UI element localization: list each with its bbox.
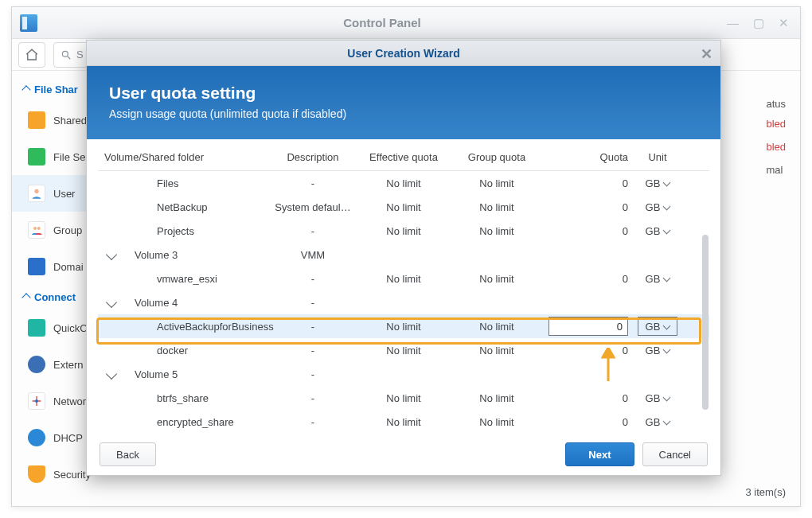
row-effective-quota: No limit	[357, 201, 450, 213]
row-quota[interactable]: 0	[544, 225, 634, 237]
row-desc: -	[268, 273, 357, 285]
chevron-down-icon	[663, 345, 671, 353]
row-unit: GB	[634, 273, 685, 285]
row-effective-quota: No limit	[357, 392, 450, 404]
row-quota[interactable]: 0	[544, 416, 634, 428]
row-group-quota: No limit	[450, 345, 544, 356]
unit-select[interactable]: GB	[646, 225, 670, 237]
col-header-unit[interactable]: Unit	[634, 151, 685, 163]
chevron-up-icon	[21, 293, 30, 302]
wizard-titlebar: User Creation Wizard ✕	[87, 41, 720, 66]
wizard-subheading: Assign usage quota (unlimited quota if d…	[109, 107, 698, 120]
row-effective-quota: No limit	[357, 177, 450, 189]
table-row[interactable]: NetBackupSystem defaul…No limitNo limit0…	[98, 195, 709, 219]
table-row[interactable]: encrypted_share-No limitNo limit0GB	[98, 410, 709, 430]
row-desc: -	[268, 321, 357, 333]
row-quota[interactable]: 0	[544, 201, 634, 213]
wizard-content: Volume/Shared folder Description Effecti…	[87, 139, 720, 434]
unit-select[interactable]: GB	[646, 201, 670, 213]
row-desc: -	[268, 392, 357, 404]
wizard-header: User quota setting Assign usage quota (u…	[87, 66, 720, 139]
row-quota	[544, 317, 634, 336]
col-header-name[interactable]: Volume/Shared folder	[98, 151, 268, 163]
wizard-title: User Creation Wizard	[347, 47, 459, 60]
row-group-quota: No limit	[450, 273, 544, 285]
row-quota[interactable]: 0	[544, 345, 634, 356]
row-name: Volume 5	[120, 368, 178, 380]
chevron-down-icon[interactable]	[106, 249, 117, 260]
row-name: docker	[120, 345, 188, 356]
table-body: Files-No limitNo limit0GBNetBackupSystem…	[98, 171, 709, 430]
row-name: Volume 3	[120, 249, 178, 261]
status-value: bled	[766, 118, 786, 130]
row-name: ActiveBackupforBusiness	[120, 321, 274, 333]
row-desc: -	[268, 177, 357, 189]
dhcp-icon	[28, 429, 45, 446]
row-unit: GB	[634, 345, 685, 356]
col-header-eff[interactable]: Effective quota	[357, 151, 450, 163]
col-header-grp[interactable]: Group quota	[450, 151, 544, 163]
unit-select[interactable]: GB	[646, 392, 670, 404]
home-icon	[25, 48, 39, 62]
row-desc: -	[268, 297, 357, 309]
shield-icon	[28, 465, 45, 483]
maximize-icon[interactable]: ▢	[753, 16, 764, 30]
home-button[interactable]	[18, 42, 45, 68]
status-value: bled	[766, 141, 786, 153]
col-header-desc[interactable]: Description	[268, 151, 357, 163]
chevron-down-icon[interactable]	[106, 368, 117, 380]
unit-select[interactable]: GB	[646, 273, 670, 285]
row-unit: GB	[634, 201, 685, 213]
col-header-quota[interactable]: Quota	[544, 151, 634, 163]
table-row[interactable]: Volume 4-	[98, 290, 709, 314]
row-desc: VMM	[268, 249, 357, 261]
scrollbar-thumb[interactable]	[702, 235, 709, 410]
bg-titlebar: Control Panel — ▢ ✕	[12, 7, 800, 39]
table-row[interactable]: btrfs_share-No limitNo limit0GB	[98, 386, 709, 410]
table-row[interactable]: Files-No limitNo limit0GB	[98, 171, 709, 195]
row-name: encrypted_share	[120, 416, 234, 428]
unit-select[interactable]: GB	[646, 416, 670, 428]
row-name: Files	[120, 177, 178, 189]
row-effective-quota: No limit	[357, 345, 450, 356]
table-row[interactable]: ActiveBackupforBusiness-No limitNo limit…	[98, 314, 709, 338]
globe-icon	[28, 356, 45, 373]
table-row[interactable]: Volume 3VMM	[98, 243, 709, 267]
row-group-quota: No limit	[450, 392, 544, 404]
row-effective-quota: No limit	[357, 416, 450, 428]
row-unit: GB	[634, 225, 685, 237]
unit-select[interactable]: GB	[638, 317, 677, 336]
row-unit: GB	[634, 392, 685, 404]
chevron-down-icon	[663, 321, 671, 329]
row-effective-quota: No limit	[357, 225, 450, 237]
table-row[interactable]: vmware_esxi-No limitNo limit0GB	[98, 267, 709, 290]
quota-input[interactable]	[548, 317, 628, 336]
row-desc: -	[268, 368, 357, 380]
svg-point-0	[62, 51, 68, 56]
quickconnect-icon	[28, 319, 45, 337]
back-button[interactable]: Back	[100, 442, 156, 466]
table-row[interactable]: Volume 5-	[98, 362, 709, 386]
table-row[interactable]: Projects-No limitNo limit0GB	[98, 219, 709, 243]
row-quota[interactable]: 0	[544, 392, 634, 404]
user-creation-wizard: User Creation Wizard ✕ User quota settin…	[86, 40, 721, 476]
row-desc: -	[268, 416, 357, 428]
unit-select[interactable]: GB	[646, 177, 670, 189]
svg-point-1	[34, 189, 38, 193]
minimize-icon[interactable]: —	[727, 16, 739, 29]
quota-table: Volume/Shared folder Description Effecti…	[98, 144, 709, 430]
unit-select[interactable]: GB	[646, 345, 670, 356]
close-icon[interactable]: ✕	[779, 16, 789, 30]
table-row[interactable]: docker-No limitNo limit0GB	[98, 338, 709, 362]
row-quota[interactable]: 0	[544, 273, 634, 285]
row-name: vmware_esxi	[120, 273, 217, 285]
scrollbar[interactable]	[701, 171, 709, 427]
next-button[interactable]: Next	[565, 442, 634, 466]
row-quota[interactable]: 0	[544, 177, 634, 189]
close-icon[interactable]: ✕	[701, 45, 712, 63]
row-unit: GB	[634, 317, 685, 336]
cancel-button[interactable]: Cancel	[642, 442, 708, 466]
user-icon	[28, 185, 45, 202]
chevron-down-icon[interactable]	[106, 297, 117, 308]
svg-point-3	[37, 227, 41, 230]
